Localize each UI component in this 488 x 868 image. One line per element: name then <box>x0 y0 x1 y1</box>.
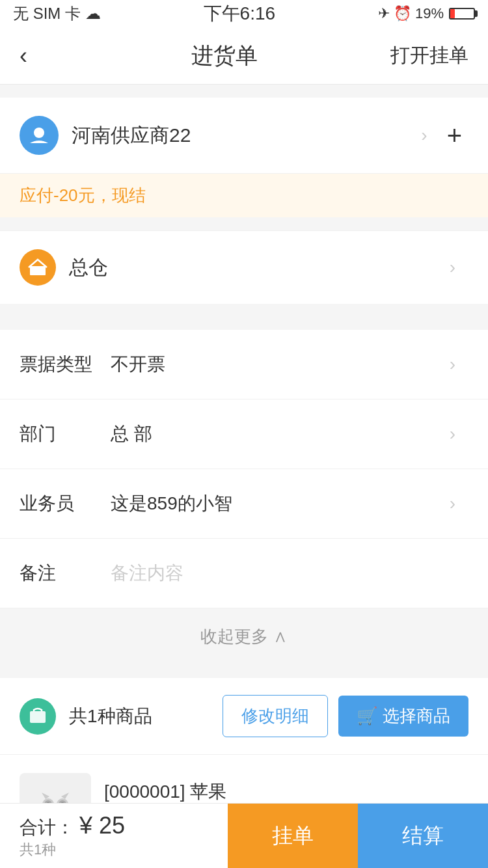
mid-divider1 <box>0 217 488 230</box>
status-right: ✈ ⏰ 19% <box>378 5 475 22</box>
supplier-avatar <box>20 116 59 155</box>
supplier-section: 河南供应商22 › + 应付-20元，现结 <box>0 98 488 217</box>
select-product-button[interactable]: 🛒 选择商品 <box>338 696 468 737</box>
svg-rect-1 <box>30 266 46 275</box>
products-icon <box>20 698 56 735</box>
warehouse-icon <box>20 249 56 286</box>
total-label: 合计： ¥ 25 <box>20 812 208 840</box>
department-row[interactable]: 部门 总 部 › <box>0 400 488 469</box>
back-button[interactable]: ‹ <box>20 42 59 70</box>
supplier-notice: 应付-20元，现结 <box>0 174 488 217</box>
invoice-type-row[interactable]: 票据类型 不开票 › <box>0 330 488 400</box>
invoice-type-value: 不开票 <box>111 352 450 377</box>
invoice-chevron-icon: › <box>450 354 455 375</box>
invoice-type-label: 票据类型 <box>20 352 111 377</box>
department-chevron-icon: › <box>450 424 455 444</box>
product-name: [0000001] 苹果 <box>104 780 438 804</box>
warehouse-chevron-icon: › <box>450 257 455 278</box>
alarm-icon: ⏰ <box>394 5 411 22</box>
add-button[interactable]: + <box>441 121 468 150</box>
sim-status: 无 SIM 卡 ☁ <box>13 3 101 24</box>
battery-percent: 19% <box>415 5 444 22</box>
svg-point-0 <box>34 128 44 138</box>
collapse-row[interactable]: 收起更多 ∧ <box>0 608 488 665</box>
products-count: 共1种商品 <box>69 704 223 729</box>
top-divider <box>0 85 488 98</box>
supplier-name: 河南供应商22 <box>72 122 421 149</box>
mid-divider2 <box>0 304 488 317</box>
sales-rep-row[interactable]: 业务员 这是859的小智 › <box>0 469 488 539</box>
sales-rep-label: 业务员 <box>20 491 111 516</box>
cart-icon: 🛒 <box>357 706 377 726</box>
sales-rep-value: 这是859的小智 <box>111 491 450 516</box>
supplier-chevron-icon: › <box>421 125 427 146</box>
warehouse-section: 总仓 › <box>0 230 488 304</box>
page-title: 进货单 <box>191 41 258 71</box>
checkout-button[interactable]: 结算 <box>358 804 488 869</box>
status-left: 无 SIM 卡 ☁ <box>13 3 101 24</box>
battery-icon <box>449 8 475 20</box>
mid-divider3 <box>0 665 488 678</box>
remarks-label: 备注 <box>20 561 111 586</box>
status-bar: 无 SIM 卡 ☁ 下午6:16 ✈ ⏰ 19% <box>0 0 488 27</box>
hang-button[interactable]: 挂单 <box>228 804 358 869</box>
supplier-row[interactable]: 河南供应商22 › + <box>0 98 488 174</box>
bottom-bar: 合计： ¥ 25 共1种 挂单 结算 <box>0 803 488 868</box>
total-sub: 共1种 <box>20 840 208 860</box>
total-amount: ¥ 25 <box>79 812 125 839</box>
warehouse-name: 总仓 <box>69 254 450 281</box>
svg-rect-2 <box>30 711 46 723</box>
sales-rep-chevron-icon: › <box>450 493 455 514</box>
products-header: 共1种商品 修改明细 🛒 选择商品 <box>0 678 488 755</box>
open-hang-button[interactable]: 打开挂单 <box>390 42 468 69</box>
nav-bar: ‹ 进货单 打开挂单 <box>0 27 488 85</box>
location-icon: ✈ <box>378 5 390 22</box>
remarks-row[interactable]: 备注 备注内容 <box>0 539 488 608</box>
warehouse-row[interactable]: 总仓 › <box>0 230 488 304</box>
remarks-input[interactable]: 备注内容 <box>111 561 468 586</box>
form-section: 票据类型 不开票 › 部门 总 部 › 业务员 这是859的小智 › 备注 备注… <box>0 330 488 608</box>
status-time: 下午6:16 <box>204 1 276 26</box>
modify-detail-button[interactable]: 修改明细 <box>223 695 328 737</box>
department-label: 部门 <box>20 422 111 446</box>
total-section: 合计： ¥ 25 共1种 <box>0 812 228 860</box>
department-value: 总 部 <box>111 422 450 446</box>
